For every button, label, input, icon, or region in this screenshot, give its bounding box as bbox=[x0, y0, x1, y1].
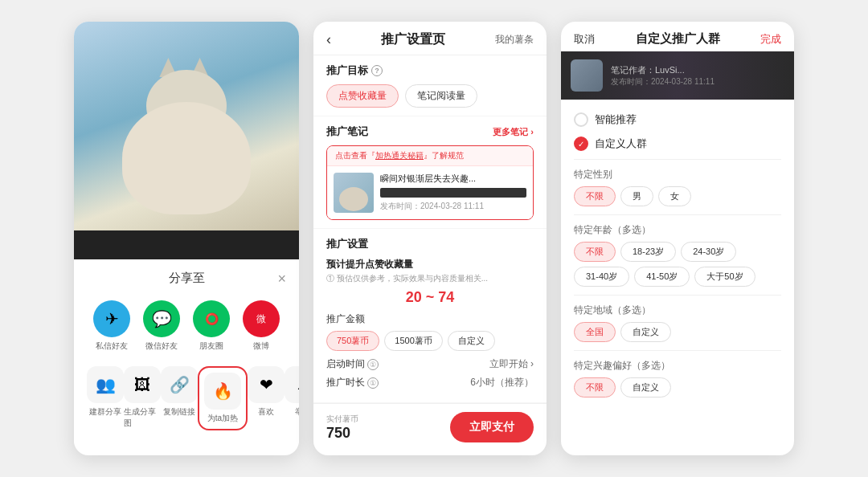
interest-btn-unlimited[interactable]: 不限 bbox=[574, 377, 616, 398]
note-section-title-row: 推广笔记 更多笔记 › bbox=[326, 124, 534, 139]
divider2 bbox=[574, 214, 781, 215]
gender-btn-unlimited[interactable]: 不限 bbox=[574, 186, 616, 206]
share-icons-row2: 👥 建群分享 🖼 生成分享图 🔗 复制链接 🔥 为ta加热 ❤ 喜欢 bbox=[74, 363, 299, 443]
share-moments[interactable]: ⭕ 朋友圈 bbox=[193, 300, 230, 352]
duration-info-icon[interactable]: ① bbox=[367, 377, 379, 389]
cat-photo bbox=[74, 22, 299, 230]
goal-btn-group: 点赞收藏量 笔记阅读量 bbox=[326, 84, 534, 108]
duration-label: 推广时长 ① bbox=[326, 376, 379, 389]
goal-section-title: 推广目标 ? bbox=[326, 63, 534, 78]
age-btn-unlimited[interactable]: 不限 bbox=[574, 242, 616, 262]
share-group[interactable]: 👥 建群分享 bbox=[87, 366, 124, 430]
divider4 bbox=[574, 350, 781, 351]
boost-label: 为ta加热 bbox=[207, 413, 238, 424]
age-btn-41-50[interactable]: 41-50岁 bbox=[634, 267, 690, 287]
promotion-settings-screen: ‹ 推广设置页 我的薯条 推广目标 ? 点赞收藏量 笔记阅读量 推广笔记 更多笔… bbox=[313, 22, 547, 455]
age-filter-btns: 不限 18-23岁 24-30岁 31-40岁 41-50岁 大于50岁 bbox=[574, 242, 781, 287]
goal-btn-likes[interactable]: 点赞收藏量 bbox=[326, 84, 399, 108]
amount-btn-custom[interactable]: 自定义 bbox=[448, 331, 495, 351]
smart-radio[interactable] bbox=[574, 112, 588, 127]
copy-link-icon: 🔗 bbox=[161, 366, 198, 403]
amount-btn-750[interactable]: 750薯币 bbox=[326, 331, 379, 351]
region-btn-custom[interactable]: 自定义 bbox=[620, 322, 671, 342]
moments-icon: ⭕ bbox=[193, 300, 230, 337]
amount-btns: 750薯币 1500薯币 自定义 bbox=[326, 331, 534, 351]
cat-body bbox=[122, 102, 251, 214]
gender-filter-label: 特定性别 bbox=[574, 168, 781, 181]
share-copy-link[interactable]: 🔗 复制链接 bbox=[161, 366, 198, 430]
interest-filter-label: 特定兴趣偏好（多选） bbox=[574, 359, 781, 373]
duration-value[interactable]: 6小时（推荐） bbox=[470, 376, 534, 389]
audience-content: 智能推荐 自定义人群 特定性别 不限 男 女 特定年龄（多选） bbox=[561, 100, 794, 410]
goal-btn-reads[interactable]: 笔记阅读量 bbox=[405, 84, 477, 108]
age-filter: 特定年龄（多选） 不限 18-23岁 24-30岁 31-40岁 41-50岁 … bbox=[574, 218, 781, 292]
footer-coin-label: 实付薯币 bbox=[326, 414, 358, 425]
pay-button[interactable]: 立即支付 bbox=[450, 412, 534, 442]
gender-filter-btns: 不限 男 女 bbox=[574, 186, 781, 206]
private-msg-label: 私信好友 bbox=[96, 340, 128, 352]
amount-row: 推广金额 bbox=[326, 312, 534, 326]
interest-filter-btns: 不限 自定义 bbox=[574, 377, 781, 398]
note-section-title: 推广笔记 bbox=[326, 124, 368, 139]
amount-btn-1500[interactable]: 1500薯币 bbox=[384, 331, 442, 351]
divider3 bbox=[574, 295, 781, 296]
share-like[interactable]: ❤ 喜欢 bbox=[248, 366, 285, 430]
banner-date: 发布时间：2024-03-28 11:11 bbox=[611, 76, 784, 88]
cancel-button[interactable]: 取消 bbox=[574, 32, 595, 47]
custom-radio[interactable] bbox=[574, 137, 588, 151]
interest-btn-custom[interactable]: 自定义 bbox=[620, 377, 671, 398]
report-label: 举报 bbox=[295, 406, 299, 418]
gender-btn-female[interactable]: 女 bbox=[658, 186, 691, 206]
note-section: 推广笔记 更多笔记 › 点击查看『加热通关秘籍』了解规范 瞬间对银渐层失去兴趣.… bbox=[313, 116, 547, 229]
goal-info-icon[interactable]: ? bbox=[371, 65, 383, 76]
done-button[interactable]: 完成 bbox=[760, 32, 781, 47]
avatar-thumbnail bbox=[571, 59, 603, 92]
note-card[interactable]: 点击查看『加热通关秘籍』了解规范 瞬间对银渐层失去兴趣... 发布时间：2024… bbox=[326, 145, 534, 220]
share-report[interactable]: ⚠ 举报 bbox=[285, 366, 299, 430]
note-hint: 点击查看『加热通关秘籍』了解规范 bbox=[327, 146, 533, 166]
age-btn-24-30[interactable]: 24-30岁 bbox=[681, 242, 736, 262]
gender-btn-male[interactable]: 男 bbox=[620, 186, 653, 206]
note-content: 瞬间对银渐层失去兴趣... 发布时间：2024-03-28 11:11 bbox=[327, 166, 533, 219]
note-title: 瞬间对银渐层失去兴趣... bbox=[380, 173, 526, 185]
promo-sub-title: 预计提升点赞收藏量 bbox=[326, 258, 534, 271]
option-custom[interactable]: 自定义人群 bbox=[574, 132, 781, 156]
screen3-title: 自定义推广人群 bbox=[636, 31, 720, 47]
share-private-msg[interactable]: ✈ 私信好友 bbox=[93, 300, 130, 352]
region-btn-all[interactable]: 全国 bbox=[574, 322, 616, 342]
age-filter-label: 特定年龄（多选） bbox=[574, 223, 781, 237]
region-filter-label: 特定地域（多选） bbox=[574, 304, 781, 317]
note-thumb-cat bbox=[339, 187, 368, 211]
share-weibo[interactable]: 微 微博 bbox=[243, 300, 280, 352]
screen2-title: 推广设置页 bbox=[381, 31, 445, 48]
banner-info: 笔记作者：LuvSi... 发布时间：2024-03-28 11:11 bbox=[611, 64, 784, 88]
wechat-friend-label: 微信好友 bbox=[145, 340, 178, 352]
age-btn-18-23[interactable]: 18-23岁 bbox=[620, 242, 676, 262]
promo-settings-section: 推广设置 预计提升点赞收藏量 ① 预估仅供参考，实际效果与内容质量相关... 2… bbox=[313, 229, 547, 403]
age-btn-50plus[interactable]: 大于50岁 bbox=[694, 267, 755, 287]
start-time-info-icon[interactable]: ① bbox=[367, 359, 379, 370]
report-icon: ⚠ bbox=[285, 366, 299, 403]
generate-label: 生成分享图 bbox=[124, 406, 161, 429]
region-filter-btns: 全国 自定义 bbox=[574, 322, 781, 342]
like-label: 喜欢 bbox=[258, 406, 274, 418]
note-hint-link[interactable]: 加热通关秘籍 bbox=[375, 151, 424, 160]
smart-label: 智能推荐 bbox=[595, 112, 637, 127]
back-button[interactable]: ‹ bbox=[326, 31, 331, 48]
share-boost[interactable]: 🔥 为ta加热 bbox=[198, 366, 248, 430]
option-smart[interactable]: 智能推荐 bbox=[574, 108, 781, 132]
my-potatoes-link[interactable]: 我的薯条 bbox=[495, 33, 534, 47]
age-btn-31-40[interactable]: 31-40岁 bbox=[574, 267, 629, 287]
group-icon: 👥 bbox=[87, 366, 124, 403]
footer-coins: 实付薯币 750 bbox=[326, 414, 358, 442]
custom-audience-screen: 取消 自定义推广人群 完成 笔记作者：LuvSi... 发布时间：2024-03… bbox=[561, 22, 794, 455]
more-notes-link[interactable]: 更多笔记 › bbox=[493, 126, 534, 138]
close-button[interactable]: × bbox=[277, 271, 286, 287]
note-info: 瞬间对银渐层失去兴趣... 发布时间：2024-03-28 11:11 bbox=[380, 173, 526, 213]
promo-settings-title: 推广设置 bbox=[326, 237, 534, 251]
audience-banner: 笔记作者：LuvSi... 发布时间：2024-03-28 11:11 bbox=[561, 51, 794, 100]
avatar-cat-image bbox=[571, 59, 603, 92]
share-generate[interactable]: 🖼 生成分享图 bbox=[124, 366, 161, 430]
start-time-value[interactable]: 立即开始 › bbox=[489, 357, 534, 371]
share-wechat-friend[interactable]: 💬 微信好友 bbox=[143, 300, 180, 352]
